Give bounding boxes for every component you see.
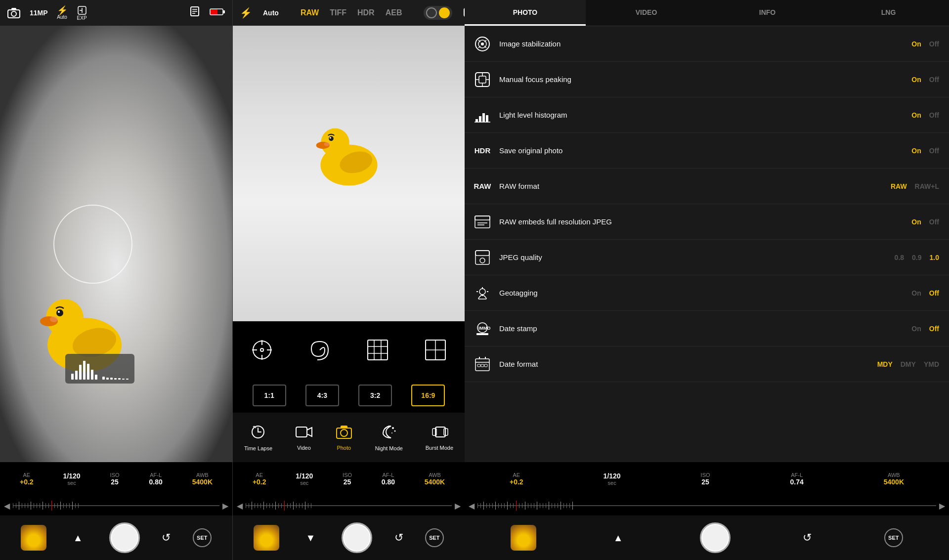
right-bottom-controls: ▲ ↺ SET <box>465 516 949 560</box>
camera-icon[interactable] <box>7 7 21 19</box>
raw-embed-on[interactable]: On <box>909 217 923 227</box>
aspect-3-2[interactable]: 3:2 <box>358 385 392 406</box>
tab-photo[interactable]: PHOTO <box>465 0 586 26</box>
mid-bottom-controls: ▼ ↺ SET <box>233 516 465 560</box>
page-icon[interactable] <box>189 6 201 20</box>
setting-hdr-save: HDR Save original photo On Off <box>465 133 949 169</box>
right-set-button[interactable]: SET <box>884 528 903 547</box>
svg-rect-90 <box>481 364 484 367</box>
right-slider-right[interactable]: ▶ <box>939 501 945 511</box>
raw-embed-options: On Off <box>909 217 941 227</box>
slider-left-arrow[interactable]: ◀ <box>4 501 10 511</box>
overlay-controls <box>233 321 465 378</box>
mode-nightmode[interactable]: Night Mode <box>375 424 403 451</box>
hdr-save-off[interactable]: Off <box>927 146 941 156</box>
left-timer-button[interactable]: ↺ <box>162 531 171 544</box>
setting-geotagging: Geotagging On Off <box>465 275 949 311</box>
stabilization-on[interactable]: On <box>909 39 923 49</box>
mid-slider-right[interactable]: ▶ <box>455 501 461 511</box>
format-raw[interactable]: RAW <box>301 8 319 17</box>
mid-slider-bar: ◀ ▶ <box>233 496 465 516</box>
histogram-off[interactable]: Off <box>927 110 941 120</box>
raw-embed-off[interactable]: Off <box>927 217 941 227</box>
slider-right-arrow[interactable]: ▶ <box>222 501 228 511</box>
mid-slider-left[interactable]: ◀ <box>237 501 243 511</box>
right-shutter-display: 1/120 sec <box>604 472 621 486</box>
exp-control[interactable]: EXP <box>77 5 87 21</box>
slider-track[interactable] <box>13 505 219 506</box>
flash-control[interactable]: ⚡ Auto <box>57 6 68 20</box>
raw-format-label: RAW format <box>499 182 882 190</box>
mode-timelapse[interactable]: Time Lapse <box>244 424 272 451</box>
format-aeb[interactable]: AEB <box>386 8 402 17</box>
mid-chevron-down[interactable]: ▼ <box>301 528 320 547</box>
mid-timer-button[interactable]: ↺ <box>394 531 403 544</box>
toggle-dot-left[interactable] <box>426 7 437 18</box>
mode-video[interactable]: Video <box>295 425 313 451</box>
right-timer-button[interactable]: ↺ <box>803 531 812 544</box>
spiral-icon[interactable] <box>307 338 332 362</box>
mode-timelapse-label: Time Lapse <box>244 445 272 451</box>
fmt-ymd[interactable]: YMD <box>922 359 941 369</box>
raw-format-raw[interactable]: RAW <box>889 181 909 191</box>
left-chevron-up[interactable]: ▲ <box>69 528 87 547</box>
right-slider-track[interactable] <box>477 505 936 506</box>
mode-toggle[interactable] <box>424 6 452 20</box>
tab-video[interactable]: VIDEO <box>586 0 707 26</box>
right-shutter-button[interactable] <box>700 522 731 553</box>
jpeg-q-09[interactable]: 0.9 <box>910 253 923 262</box>
left-thumbnail[interactable] <box>21 525 46 551</box>
mid-info-bar: AE +0.2 1/120 sec ISO 25 AF-L 0.80 AWB 5… <box>233 462 465 496</box>
mode-photo[interactable]: Photo <box>336 425 352 451</box>
right-af-display: AF-L 0.74 <box>790 472 804 486</box>
left-set-button[interactable]: SET <box>193 528 212 547</box>
focus-peaking-on[interactable]: On <box>909 75 923 85</box>
fmt-dmy[interactable]: DMY <box>899 359 918 369</box>
mid-thumbnail[interactable] <box>254 525 279 551</box>
left-info-bar: AE +0.2 1/120 sec ISO 25 AF-L 0.80 AWB 5… <box>0 462 232 496</box>
grid-4-icon[interactable] <box>423 338 448 362</box>
mode-burst[interactable]: Burst Mode <box>426 425 453 451</box>
jpeg-q-08[interactable]: 0.8 <box>893 253 906 262</box>
tab-info[interactable]: INFO <box>707 0 828 26</box>
stabilization-off[interactable]: Off <box>927 39 941 49</box>
settings-list: Image stabilization On Off Manual focus … <box>465 26 949 462</box>
geo-on[interactable]: On <box>909 288 923 298</box>
stamp-on[interactable]: On <box>909 324 923 334</box>
aspect-16-9[interactable]: 16:9 <box>411 385 445 406</box>
mid-shutter-button[interactable] <box>342 522 372 553</box>
right-slider-left[interactable]: ◀ <box>469 501 474 511</box>
raw-format-rawl[interactable]: RAW+L <box>913 181 941 191</box>
svg-rect-67 <box>486 115 488 122</box>
mid-slider-track[interactable] <box>246 505 452 506</box>
aspect-4-3[interactable]: 4:3 <box>305 385 339 406</box>
setting-raw-embed: RAW embeds full resolution JPEG On Off <box>465 204 949 240</box>
format-tiff[interactable]: TIFF <box>330 8 346 17</box>
toggle-dot-right[interactable] <box>439 7 450 18</box>
focus-peaking-off[interactable]: Off <box>927 75 941 85</box>
date-format-options: MDY DMY YMD <box>875 359 941 369</box>
hdr-icon: HDR <box>473 141 492 161</box>
af-display: AF-L 0.80 <box>149 472 163 486</box>
mid-flash-icon[interactable]: ⚡ <box>240 7 252 19</box>
mid-set-button[interactable]: SET <box>425 528 444 547</box>
fmt-mdy[interactable]: MDY <box>875 359 895 369</box>
geo-off[interactable]: Off <box>927 288 941 298</box>
format-hdr[interactable]: HDR <box>357 8 375 17</box>
tab-lng[interactable]: LNG <box>828 0 949 26</box>
jpeg-q-10[interactable]: 1.0 <box>928 253 941 262</box>
right-chevron-up[interactable]: ▲ <box>609 528 628 547</box>
svg-point-35 <box>260 348 263 351</box>
right-thumbnail[interactable] <box>511 525 536 551</box>
hdr-save-label: Save original photo <box>499 146 903 155</box>
mid-viewfinder[interactable] <box>233 26 465 321</box>
left-shutter-button[interactable] <box>109 522 140 553</box>
stamp-off[interactable]: Off <box>927 324 941 334</box>
right-ae-display: AE +0.2 <box>510 472 523 486</box>
grid-9-icon[interactable] <box>365 338 390 362</box>
aspect-1-1[interactable]: 1:1 <box>253 385 286 406</box>
left-viewfinder[interactable] <box>0 26 232 462</box>
hdr-save-on[interactable]: On <box>909 146 923 156</box>
histogram-on[interactable]: On <box>909 110 923 120</box>
crosshair-icon[interactable] <box>250 338 274 362</box>
